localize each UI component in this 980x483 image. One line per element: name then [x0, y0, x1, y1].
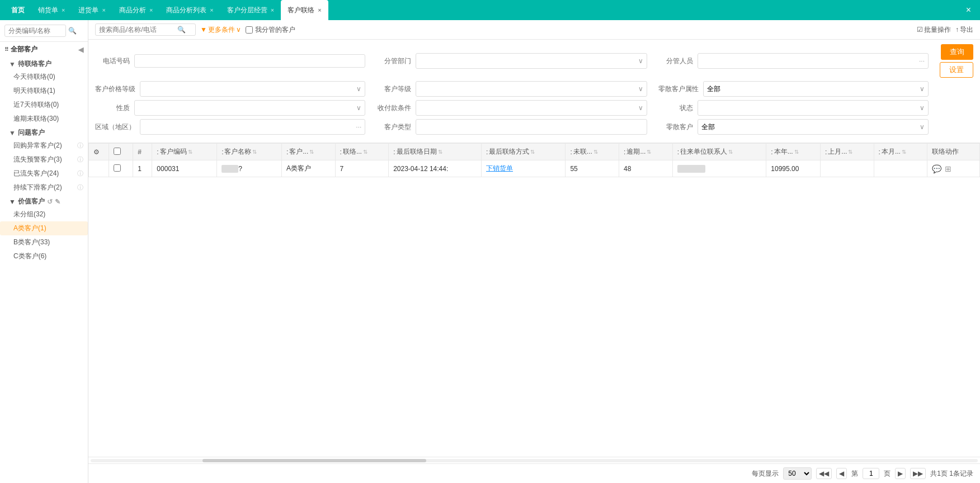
- nav-tab-customer-segment[interactable]: 客户分层经营 ×: [220, 0, 281, 20]
- table-col-last-method[interactable]: : 最后联络方式 ⇅: [482, 144, 566, 160]
- nav-tab-goods-list[interactable]: 商品分析列表 ×: [159, 0, 220, 20]
- filter-dropdown-price-level[interactable]: ∨: [140, 81, 365, 97]
- table-select-all-checkbox[interactable]: [114, 148, 121, 155]
- page-size-select[interactable]: 50 100 200: [783, 467, 812, 480]
- next-page-button[interactable]: ▶: [895, 468, 906, 479]
- query-button[interactable]: 查询: [941, 44, 973, 60]
- table-col-contact-count[interactable]: : 联络... ⇅: [335, 144, 389, 160]
- sidebar-category-pending[interactable]: ▼ 待联络客户: [0, 57, 88, 70]
- nav-tab-customer-segment-close[interactable]: ×: [271, 7, 274, 13]
- row-checkbox[interactable]: [114, 164, 121, 172]
- sidebar-item-today-pending[interactable]: 今天待联络(0): [0, 70, 88, 84]
- export-icon: ↑: [955, 26, 959, 34]
- filter-dropdown-retail-attr[interactable]: 全部 ∨: [703, 81, 929, 97]
- filter-dropdown-dept[interactable]: ∨: [416, 53, 647, 69]
- sidebar-item-class-c[interactable]: C类客户(6): [0, 249, 88, 263]
- table-col-contact-person[interactable]: : 往来单位联系人 ⇅: [672, 144, 766, 160]
- filter-dropdown-nature[interactable]: ∨: [134, 100, 365, 116]
- prev-page-button[interactable]: ◀: [836, 468, 847, 479]
- table-col-not-contact[interactable]: : 未联... ⇅: [566, 144, 619, 160]
- chat-icon[interactable]: 💬: [932, 164, 941, 173]
- filter-dropdown-region[interactable]: ···: [140, 119, 365, 135]
- table-cell-checkbox: [109, 160, 133, 177]
- sidebar-value-edit-icon[interactable]: ✎: [55, 198, 60, 206]
- nav-tab-customer-contact-close[interactable]: ×: [318, 7, 321, 13]
- nav-tab-goods-analysis-close[interactable]: ×: [149, 7, 153, 13]
- table-col-overdue[interactable]: : 逾期... ⇅: [619, 144, 673, 160]
- sidebar-item-week-pending-label: 近7天待联络(0): [13, 100, 59, 110]
- table-col-type[interactable]: : 客户... ⇅: [281, 144, 335, 160]
- sidebar-category-problem[interactable]: ▼ 问题客户: [0, 126, 88, 139]
- batch-op-button[interactable]: ☑ 批量操作: [917, 25, 951, 35]
- table-col-last-date[interactable]: : 最后联络日期 ⇅: [389, 144, 482, 160]
- table-cell-code: 000031: [152, 160, 217, 177]
- filter-cell-payment: 收付款条件 ∨: [376, 100, 647, 116]
- nav-tab-goods-list-close[interactable]: ×: [210, 7, 213, 13]
- sidebar-item-class-c-label: C类客户(6): [13, 252, 46, 261]
- sidebar-item-unclassified[interactable]: 未分组(32): [0, 207, 88, 221]
- sidebar-item-churned-label: 已流失客户(24): [13, 169, 59, 178]
- search-input[interactable]: [99, 26, 177, 34]
- table-cell-last-method[interactable]: 下销货单: [482, 160, 566, 177]
- page-label: 第: [851, 469, 858, 479]
- dots-more-region-icon: ···: [356, 123, 361, 131]
- nav-tab-goods-analysis[interactable]: 商品分析 ×: [112, 0, 159, 20]
- more-conditions-label: 更多条件: [208, 25, 235, 35]
- sidebar-item-churn-warning[interactable]: 流失预警客户(3) ⓘ: [0, 153, 88, 167]
- last-page-button[interactable]: ▶▶: [910, 468, 926, 479]
- scrollbar-thumb[interactable]: [202, 459, 426, 462]
- sidebar-collapse-button[interactable]: ◀: [78, 46, 83, 54]
- table-cell-overdue: 48: [619, 160, 673, 177]
- last-method-link[interactable]: 下销货单: [486, 164, 513, 172]
- table-cell-gear: [89, 160, 109, 177]
- sidebar-category-value[interactable]: ▼ 价值客户 ↺ ✎: [0, 195, 88, 207]
- sidebar-search-input[interactable]: [4, 25, 66, 37]
- filter-dropdown-person[interactable]: ···: [698, 53, 929, 69]
- more-conditions-button[interactable]: ▼ 更多条件 ∨: [200, 25, 241, 35]
- data-table: ⚙ # : 客户编码 ⇅ : 客户名称 ⇅ : 客户... ⇅ : 联络... …: [88, 143, 980, 177]
- table-col-code[interactable]: : 客户编码 ⇅: [152, 144, 217, 160]
- sidebar-item-repurchase-abnormal[interactable]: 回购异常客户(2) ⓘ: [0, 139, 88, 153]
- nav-tab-sales[interactable]: 销货单 ×: [31, 0, 72, 20]
- filter-cell-region: 区域（地区） ···: [95, 119, 365, 135]
- settings-button[interactable]: 设置: [940, 62, 973, 78]
- table-col-name[interactable]: : 客户名称 ⇅: [217, 144, 282, 160]
- sidebar-search-icon[interactable]: 🔍: [68, 27, 77, 35]
- search-button-icon[interactable]: 🔍: [177, 26, 186, 34]
- nav-tab-home[interactable]: 首页: [4, 0, 31, 20]
- filter-label-customer-level: 客户等级: [376, 84, 416, 94]
- filter-dropdown-payment[interactable]: ∨: [416, 100, 647, 116]
- sidebar-all-customers-header[interactable]: ⠿ 全部客户 ◀: [0, 42, 88, 57]
- qr-icon[interactable]: ⊞: [945, 164, 951, 173]
- nav-close-all-button[interactable]: ×: [962, 5, 976, 15]
- main-layout: 🔍 ⠿ 全部客户 ◀ ▼ 待联络客户 今天待联络(0) 明天待联络(1) 近7天…: [0, 20, 980, 483]
- sidebar-item-churned[interactable]: 已流失客户(24) ⓘ: [0, 167, 88, 181]
- table-col-gear[interactable]: ⚙: [89, 144, 109, 160]
- table-col-this-month[interactable]: : 本月... ⇅: [874, 144, 927, 160]
- table-col-index: #: [133, 144, 152, 160]
- my-customers-checkbox[interactable]: [246, 26, 253, 34]
- export-button[interactable]: ↑ 导出: [955, 25, 973, 35]
- sidebar-item-class-a[interactable]: A类客户(1): [0, 221, 88, 235]
- sidebar-item-declining[interactable]: 持续下滑客户(2) ⓘ: [0, 181, 88, 195]
- first-page-button[interactable]: ◀◀: [816, 468, 832, 479]
- filter-dropdown-retail-customer[interactable]: 全部 ∨: [698, 119, 929, 135]
- filter-dropdown-customer-level[interactable]: ∨: [416, 81, 647, 97]
- sidebar-item-overdue-pending[interactable]: 逾期未联络(30): [0, 112, 88, 126]
- sidebar-item-tomorrow-pending[interactable]: 明天待联络(1): [0, 84, 88, 98]
- nav-tab-purchase[interactable]: 进货单 ×: [72, 0, 112, 20]
- filter-dropdown-status[interactable]: ∨: [698, 100, 929, 116]
- filter-dropdown-customer-type[interactable]: [416, 119, 647, 135]
- sidebar-item-week-pending[interactable]: 近7天待联络(0): [0, 98, 88, 112]
- sidebar-value-refresh-icon[interactable]: ↺: [47, 198, 53, 206]
- nav-tab-sales-close[interactable]: ×: [62, 7, 65, 13]
- nav-tab-customer-contact[interactable]: 客户联络 ×: [281, 0, 328, 20]
- page-number-input[interactable]: [863, 468, 879, 479]
- table-col-year-amount[interactable]: : 本年... ⇅: [766, 144, 821, 160]
- query-actions: 查询 设置: [929, 44, 973, 78]
- filter-label-region: 区域（地区）: [95, 122, 140, 132]
- nav-tab-purchase-close[interactable]: ×: [102, 7, 105, 13]
- table-col-last-month[interactable]: : 上月... ⇅: [820, 144, 874, 160]
- sidebar-item-class-b[interactable]: B类客户(33): [0, 235, 88, 249]
- filter-input-phone[interactable]: [134, 54, 365, 68]
